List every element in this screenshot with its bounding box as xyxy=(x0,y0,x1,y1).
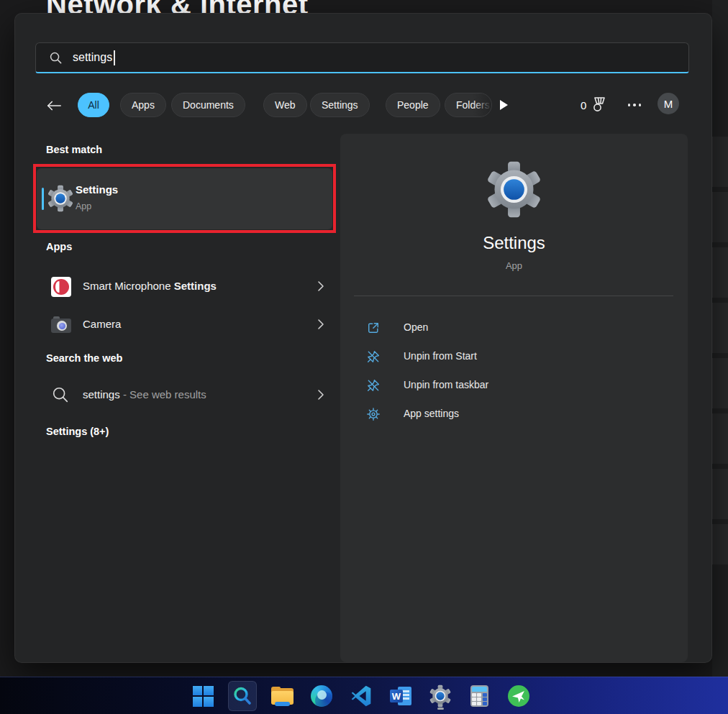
filter-tab-all[interactable]: All xyxy=(78,93,109,117)
background-list-row xyxy=(712,469,728,519)
screen: Network & internet settings xyxy=(0,0,728,714)
action-label: App settings xyxy=(404,408,459,419)
search-input[interactable]: settings xyxy=(35,42,689,73)
smart-microphone-app-icon xyxy=(51,277,71,297)
filter-tab-label: Apps xyxy=(132,99,155,111)
preview-title: Settings xyxy=(340,233,688,253)
action-label: Open xyxy=(404,321,428,333)
filter-tab-people[interactable]: People xyxy=(386,93,440,117)
result-smart-microphone-settings[interactable]: Smart Microphone Settings xyxy=(35,269,336,305)
taskbar-vscode-button[interactable] xyxy=(347,681,376,711)
result-web-search[interactable]: settings - See web results xyxy=(35,377,336,413)
settings-gear-icon-large xyxy=(485,160,543,219)
open-external-icon xyxy=(366,321,381,335)
action-label: Unpin from taskbar xyxy=(404,379,488,390)
fade-overlay xyxy=(473,93,491,116)
taskbar-calculator-button[interactable] xyxy=(465,681,493,711)
search-flyout-panel: settings All Apps Documents Web Settings… xyxy=(14,13,712,663)
web-query: settings xyxy=(83,388,120,401)
rewards-medal-icon xyxy=(591,96,606,114)
action-label: Unpin from Start xyxy=(404,350,477,362)
result-subtitle: App xyxy=(76,201,91,211)
scroll-tabs-right-button[interactable] xyxy=(494,96,513,114)
background-list-row xyxy=(712,303,728,353)
preview-subtitle: App xyxy=(340,260,688,271)
filter-tab-documents[interactable]: Documents xyxy=(171,93,245,117)
action-unpin-from-taskbar[interactable]: Unpin from taskbar xyxy=(354,371,673,400)
rewards-count: 0 xyxy=(581,99,586,111)
settings-section-label: Settings (8+) xyxy=(46,426,109,437)
word-icon: W xyxy=(390,685,411,707)
preview-pane: Settings App Open xyxy=(340,134,688,662)
edge-browser-icon xyxy=(311,685,332,707)
background-list-row xyxy=(712,358,728,408)
result-title: Smart Microphone Settings xyxy=(83,280,217,292)
settings-gear-icon xyxy=(47,185,74,212)
taskbar-start-button[interactable] xyxy=(188,681,217,711)
chevron-right-icon xyxy=(314,280,327,293)
search-input-value: settings xyxy=(73,51,112,64)
filter-tab-label: All xyxy=(88,99,99,111)
file-explorer-icon xyxy=(271,688,294,707)
filter-tab-label: Documents xyxy=(183,99,234,111)
background-list-row xyxy=(712,137,728,187)
calculator-icon xyxy=(470,685,488,707)
vscode-icon xyxy=(350,685,372,707)
settings-gear-icon xyxy=(429,685,452,708)
play-icon xyxy=(499,99,509,111)
windows-logo-icon xyxy=(193,686,214,707)
action-app-settings[interactable]: App settings xyxy=(354,400,673,429)
search-icon xyxy=(49,51,63,65)
settings-running-indicator xyxy=(437,708,444,710)
background-list-row xyxy=(712,247,728,298)
divider xyxy=(354,296,673,296)
background-list-row xyxy=(712,524,728,564)
unpin-icon xyxy=(366,378,381,393)
filter-tab-web[interactable]: Web xyxy=(263,93,307,117)
result-title: Camera xyxy=(83,318,121,330)
search-icon xyxy=(51,385,70,404)
chevron-right-icon xyxy=(314,318,327,331)
taskbar-settings-button[interactable] xyxy=(426,681,455,711)
background-list-row xyxy=(712,192,728,242)
action-unpin-from-start[interactable]: Unpin from Start xyxy=(354,342,673,371)
gear-outline-icon xyxy=(366,407,381,421)
taskbar-word-button[interactable]: W xyxy=(386,681,415,711)
web-suffix: - See web results xyxy=(123,388,206,401)
taskbar-edge-button[interactable] xyxy=(307,681,336,711)
result-camera[interactable]: Camera xyxy=(35,307,336,343)
unpin-icon xyxy=(366,349,381,364)
taskbar-file-explorer-button[interactable] xyxy=(268,681,296,711)
user-avatar[interactable]: M xyxy=(658,93,679,114)
filter-tab-label: Settings xyxy=(322,99,358,111)
result-title: settings - See web results xyxy=(83,388,206,401)
filter-tab-apps[interactable]: Apps xyxy=(120,93,166,117)
filter-tab-settings[interactable]: Settings xyxy=(310,93,370,117)
background-list-row xyxy=(712,413,728,464)
web-section-label: Search the web xyxy=(46,352,122,364)
search-gradient-icon xyxy=(232,686,252,706)
taskbar-green-send-app-button[interactable] xyxy=(504,681,533,711)
rewards-badge[interactable]: 0 xyxy=(581,94,606,116)
taskbar-search-button[interactable] xyxy=(228,681,257,711)
more-options-button[interactable] xyxy=(624,94,645,116)
filter-tab-label: People xyxy=(397,99,429,111)
background-settings-list xyxy=(712,0,728,677)
avatar-initial: M xyxy=(664,98,673,110)
filter-bar: All Apps Documents Web Settings People F… xyxy=(15,93,713,119)
best-match-result-settings[interactable]: Settings App xyxy=(37,168,332,229)
result-title-prefix: Smart Microphone xyxy=(83,280,174,292)
result-title: Settings xyxy=(76,183,118,196)
filter-tab-folders[interactable]: Folders xyxy=(445,93,492,117)
selection-accent-bar xyxy=(42,188,44,210)
text-caret xyxy=(114,50,115,65)
chevron-right-icon xyxy=(314,388,327,401)
apps-section-label: Apps xyxy=(46,241,72,252)
best-match-section-label: Best match xyxy=(46,144,102,155)
back-button[interactable] xyxy=(42,94,65,117)
result-title-match: Settings xyxy=(174,280,217,292)
camera-app-icon xyxy=(51,316,71,336)
action-open[interactable]: Open xyxy=(354,313,673,342)
green-send-app-icon xyxy=(508,685,529,707)
word-letter: W xyxy=(392,691,401,702)
